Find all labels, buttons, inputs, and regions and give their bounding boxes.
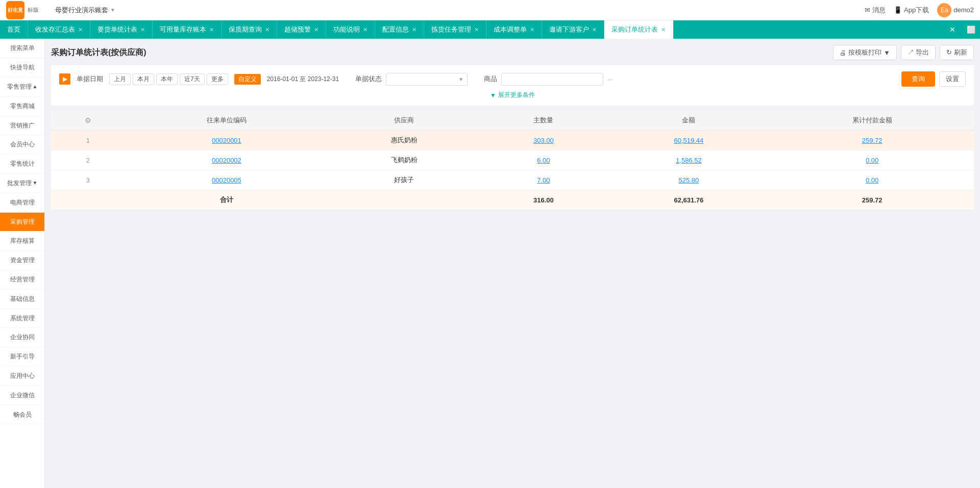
goods-input[interactable] xyxy=(501,73,603,86)
sidebar-item-system[interactable]: 系统管理 xyxy=(0,309,44,328)
search-label: 搜索菜单 xyxy=(10,44,35,52)
row-code[interactable]: 00020001 xyxy=(125,131,329,150)
sidebar-item-retail-stats[interactable]: 零售统计 xyxy=(0,155,44,174)
close-icon[interactable]: ✕ xyxy=(140,27,145,33)
sidebar-item-vip[interactable]: 畅会员 xyxy=(0,405,44,425)
row-supplier: 飞鹤奶粉 xyxy=(328,150,480,170)
code-column-header: 往来单位编码 xyxy=(125,111,329,131)
app-download-button[interactable]: 📱 App下载 xyxy=(894,6,929,15)
row-paid[interactable]: 0.00 xyxy=(770,150,974,170)
tab-baozhiqi[interactable]: 保质期查询 ✕ xyxy=(222,20,277,39)
close-icon[interactable]: ✕ xyxy=(78,27,83,33)
more-date-button[interactable]: 更多 xyxy=(207,73,228,85)
company-selector[interactable]: 母婴行业演示账套 ▼ xyxy=(51,6,119,15)
tab-home[interactable]: 首页 xyxy=(0,20,28,39)
chevron-down-icon: ▼ xyxy=(884,49,890,57)
sidebar-item-basic-info[interactable]: 基础信息 xyxy=(0,290,44,309)
close-icon[interactable]: ✕ xyxy=(592,27,597,33)
tab-chaochuyujing[interactable]: 超储预警 ✕ xyxy=(277,20,326,39)
top-bar: 好生意 标版 母婴行业演示账套 ▼ ✉ 消息 📱 App下载 Ea demo2 xyxy=(0,0,980,20)
close-icon[interactable]: ✕ xyxy=(474,27,479,33)
print-button[interactable]: 🖨 按模板打印 ▼ xyxy=(833,45,897,60)
sidebar-item-purchase[interactable]: 采购管理 xyxy=(0,213,44,232)
last-month-button[interactable]: 上月 xyxy=(109,73,131,85)
sidebar-item-retail-mgmt[interactable]: 零售管理 ▲ xyxy=(0,78,44,97)
sidebar-item-appcenter[interactable]: 应用中心 xyxy=(0,367,44,386)
tab-keyongliang[interactable]: 可用量库存账本 ✕ xyxy=(153,20,222,39)
settings-icon[interactable]: ⚙ xyxy=(85,116,91,124)
close-tab-button[interactable]: ✕ xyxy=(943,20,962,39)
tab-yaohuo[interactable]: 要货单统计表 ✕ xyxy=(90,20,153,39)
sidebar-item-inventory[interactable]: 库存核算 xyxy=(0,232,44,251)
sidebar-item-operation[interactable]: 经营管理 xyxy=(0,270,44,290)
row-paid[interactable]: 0.00 xyxy=(770,170,974,190)
goods-filter-group: 商品 ··· xyxy=(484,73,613,86)
close-icon[interactable]: ✕ xyxy=(363,27,368,33)
row-amount[interactable]: 525.80 xyxy=(607,170,770,190)
close-icon[interactable]: ✕ xyxy=(530,27,534,33)
this-month-button[interactable]: 本月 xyxy=(133,73,154,85)
tab-caigou-active[interactable]: 采购订单统计表 ✕ xyxy=(604,20,673,39)
layout: 搜索菜单 快捷导航 零售管理 ▲ 零售商城 营销推广 会员中心 零售统计 批发管… xyxy=(0,39,980,488)
sidebar-item-finance[interactable]: 资金管理 xyxy=(0,251,44,270)
status-select[interactable] xyxy=(386,73,468,86)
tab-chengben[interactable]: 成本调整单 ✕ xyxy=(486,20,542,39)
refresh-button[interactable]: ↻ 刷新 xyxy=(940,45,974,60)
filter-toggle-button[interactable]: ▶ xyxy=(59,73,70,85)
sidebar-item-member[interactable]: 会员中心 xyxy=(0,135,44,155)
tab-peizhi[interactable]: 配置信息 ✕ xyxy=(375,20,424,39)
expand-more-button[interactable]: ▼ 展开更多条件 xyxy=(490,91,535,99)
status-filter-group: 单据状态 xyxy=(355,73,468,86)
row-code[interactable]: 00020002 xyxy=(125,150,329,170)
table-row: 3 00020005 好孩子 7.00 525.80 0.00 xyxy=(51,170,974,190)
row-amount[interactable]: 60,519.44 xyxy=(607,131,770,150)
paid-column-header: 累计付款金额 xyxy=(770,111,974,131)
sidebar-item-newguide[interactable]: 新手引导 xyxy=(0,347,44,367)
search-icon: 搜索菜单 xyxy=(0,44,44,53)
last-7days-button[interactable]: 近7天 xyxy=(180,73,205,85)
quick-nav[interactable]: 快捷导航 xyxy=(0,58,44,78)
maximize-button[interactable]: ⬜ xyxy=(962,20,980,39)
export-button[interactable]: ↗ 导出 xyxy=(901,45,936,60)
query-button[interactable]: 查询 xyxy=(901,71,935,87)
message-icon: ✉ xyxy=(865,6,870,14)
close-icon[interactable]: ✕ xyxy=(661,27,666,33)
sidebar-item-enterprise[interactable]: 企业协同 xyxy=(0,328,44,347)
user-name: demo2 xyxy=(953,6,974,14)
settings-button[interactable]: 设置 xyxy=(939,71,966,87)
this-year-button[interactable]: 本年 xyxy=(156,73,178,85)
search-menu-button[interactable]: 搜索菜单 xyxy=(0,39,44,58)
row-index: 2 xyxy=(51,150,125,170)
footer-amount: 62,631.76 xyxy=(607,190,770,210)
tab-shoufacun[interactable]: 收发存汇总表 ✕ xyxy=(28,20,90,39)
row-index: 1 xyxy=(51,131,125,150)
row-qty[interactable]: 6.00 xyxy=(480,150,607,170)
custom-date-badge[interactable]: 自定义 xyxy=(234,74,261,85)
close-icon[interactable]: ✕ xyxy=(265,27,270,33)
message-button[interactable]: ✉ 消息 xyxy=(865,6,886,15)
close-icon[interactable]: ✕ xyxy=(209,27,214,33)
row-code[interactable]: 00020005 xyxy=(125,170,329,190)
sidebar-item-marketing[interactable]: 营销推广 xyxy=(0,116,44,136)
sidebar-item-wechat[interactable]: 企业微信 xyxy=(0,386,44,405)
sidebar-item-wholesale[interactable]: 批发管理 ▼ xyxy=(0,174,44,193)
row-qty[interactable]: 7.00 xyxy=(480,170,607,190)
close-icon[interactable]: ✕ xyxy=(314,27,318,33)
settings-column-header: ⚙ xyxy=(51,111,125,131)
table-row: 2 00020002 飞鹤奶粉 6.00 1,586.52 0.00 xyxy=(51,150,974,170)
tab-gongneng[interactable]: 功能说明 ✕ xyxy=(326,20,375,39)
tab-yaoqing[interactable]: 邀请下游客户 ✕ xyxy=(542,20,604,39)
user-avatar-area[interactable]: Ea demo2 xyxy=(937,3,974,17)
sidebar-item-ecommerce[interactable]: 电商管理 xyxy=(0,193,44,213)
download-icon: 📱 xyxy=(894,6,902,14)
row-paid[interactable]: 259.72 xyxy=(770,131,974,150)
filter-row-main: ▶ 单据日期 上月 本月 本年 近7天 更多 自定义 2016-01-01 至 … xyxy=(59,71,966,87)
date-filter-label: 单据日期 xyxy=(77,74,103,84)
row-amount[interactable]: 1,586.52 xyxy=(607,150,770,170)
row-qty[interactable]: 303.00 xyxy=(480,131,607,150)
qty-column-header: 主数量 xyxy=(480,111,607,131)
close-icon[interactable]: ✕ xyxy=(412,27,416,33)
sidebar-item-retail-mall[interactable]: 零售商城 xyxy=(0,97,44,116)
tab-jianhuo[interactable]: 拣货任务管理 ✕ xyxy=(424,20,486,39)
goods-more-button[interactable]: ··· xyxy=(607,75,613,83)
